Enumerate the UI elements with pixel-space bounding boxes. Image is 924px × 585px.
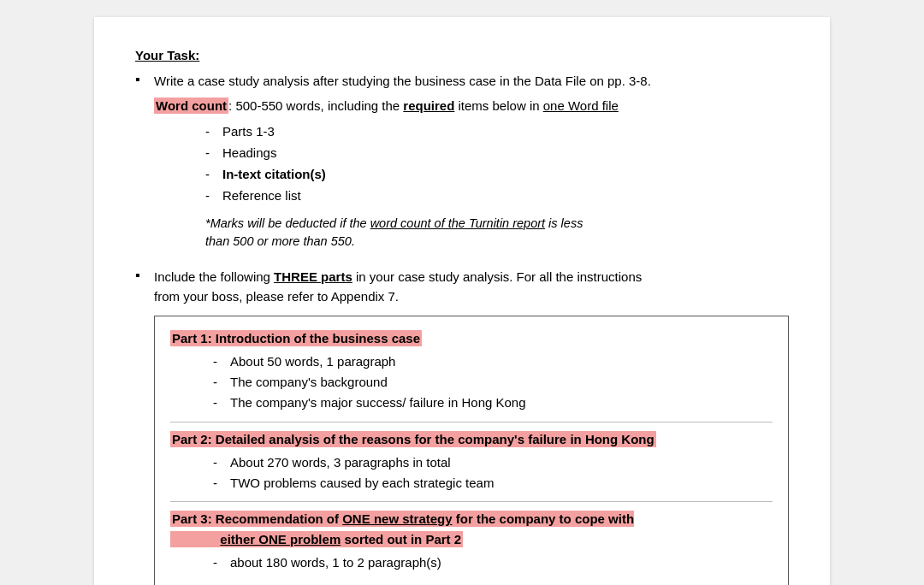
list-item: - about 180 words, 1 to 2 paragraph(s)	[213, 552, 773, 572]
bullet-1-marker: ▪	[135, 71, 154, 251]
dash-icon: -	[213, 473, 230, 493]
list-item-text: In-text citation(s)	[222, 164, 326, 184]
one-word-file: one Word file	[543, 98, 619, 113]
divider	[170, 501, 773, 502]
bullet-1-list: - Parts 1-3 - Headings - In-text citatio…	[205, 121, 789, 206]
part-2-label: Part 2: Detailed analysis of the reasons…	[170, 431, 656, 447]
part-1-heading: Part 1: Introduction of the business cas…	[170, 328, 773, 348]
dash-icon: -	[205, 143, 222, 162]
part-2-section: Part 2: Detailed analysis of the reasons…	[170, 429, 773, 493]
bullet-2-content: Include the following THREE parts in you…	[154, 267, 789, 585]
list-item-text: About 50 words, 1 paragraph	[230, 352, 395, 371]
part-3-list: - about 180 words, 1 to 2 paragraph(s)	[213, 552, 773, 572]
part-3-heading: Part 3: Recommendation of ONE new strate…	[170, 509, 773, 549]
divider	[170, 422, 773, 422]
list-item-text: Reference list	[222, 186, 301, 205]
three-text: THREE	[274, 269, 317, 284]
part-2-heading: Part 2: Detailed analysis of the reasons…	[170, 429, 773, 449]
bullet-1-section: ▪ Write a case study analysis after stud…	[135, 71, 789, 251]
parts-box: Part 1: Introduction of the business cas…	[154, 316, 789, 586]
part-2-list: - About 270 words, 3 paragraphs in total…	[213, 452, 773, 493]
list-item: - In-text citation(s)	[205, 164, 789, 184]
bullet-1-content: Write a case study analysis after studyi…	[154, 71, 789, 251]
list-item-text: The company's major success/ failure in …	[230, 393, 526, 412]
list-item: - Parts 1-3	[205, 121, 789, 141]
list-item: - Reference list	[205, 186, 789, 205]
part-1-list: - About 50 words, 1 paragraph - The comp…	[213, 352, 773, 413]
dash-icon: -	[213, 372, 230, 392]
note-text-pre: *Marks will be deducted if the	[205, 216, 370, 230]
word-count-label: Word count	[154, 98, 228, 114]
part-1-label: Part 1: Introduction of the business cas…	[170, 330, 422, 346]
list-item: - Headings	[205, 143, 789, 162]
page: Your Task: ▪ Write a case study analysis…	[94, 17, 830, 585]
bullet-2-pre: Include the following	[154, 269, 274, 284]
list-item-text: Parts 1-3	[222, 121, 275, 141]
part-3-label: Part 3: Recommendation of ONE new strate…	[170, 511, 634, 547]
list-item-text: About 270 words, 3 paragraphs in total	[230, 452, 451, 472]
dash-icon: -	[213, 552, 230, 572]
your-task-heading: Your Task:	[135, 48, 789, 62]
list-item: - TWO problems caused by each strategic …	[213, 473, 773, 493]
part-3-section: Part 3: Recommendation of ONE new strate…	[170, 509, 773, 572]
list-item: - The company's major success/ failure i…	[213, 393, 773, 412]
bullet-2-section: ▪ Include the following THREE parts in y…	[135, 267, 789, 585]
dash-icon: -	[213, 393, 230, 412]
dash-icon: -	[205, 121, 222, 141]
word-count-colon: : 500-550 words, including the	[228, 98, 403, 113]
bullet-2-marker: ▪	[135, 267, 154, 585]
marks-note: *Marks will be deducted if the word coun…	[205, 215, 789, 252]
dash-icon: -	[205, 186, 222, 205]
list-item-text: about 180 words, 1 to 2 paragraph(s)	[230, 552, 441, 572]
required-text: required	[403, 98, 454, 113]
word-count-line: Word count: 500-550 words, including the…	[154, 96, 789, 115]
write-text: Write a case study analysis after studyi…	[154, 74, 651, 88]
dash-icon: -	[213, 352, 230, 371]
list-item: - About 270 words, 3 paragraphs in total	[213, 452, 773, 472]
list-item-text: TWO problems caused by each strategic te…	[230, 473, 494, 493]
list-item-text: The company's background	[230, 372, 388, 392]
note-underline-text: word count of the Turnitin report	[370, 216, 545, 230]
bullet-1-main-text: Write a case study analysis after studyi…	[154, 71, 789, 91]
part-1-section: Part 1: Introduction of the business cas…	[170, 328, 773, 413]
dash-icon: -	[205, 164, 222, 184]
list-item: - The company's background	[213, 372, 773, 392]
list-item: - About 50 words, 1 paragraph	[213, 352, 773, 371]
list-item-text: Headings	[222, 143, 276, 162]
dash-icon: -	[213, 452, 230, 472]
word-count-suffix: items below in	[454, 98, 542, 113]
parts-text: parts	[317, 269, 352, 284]
